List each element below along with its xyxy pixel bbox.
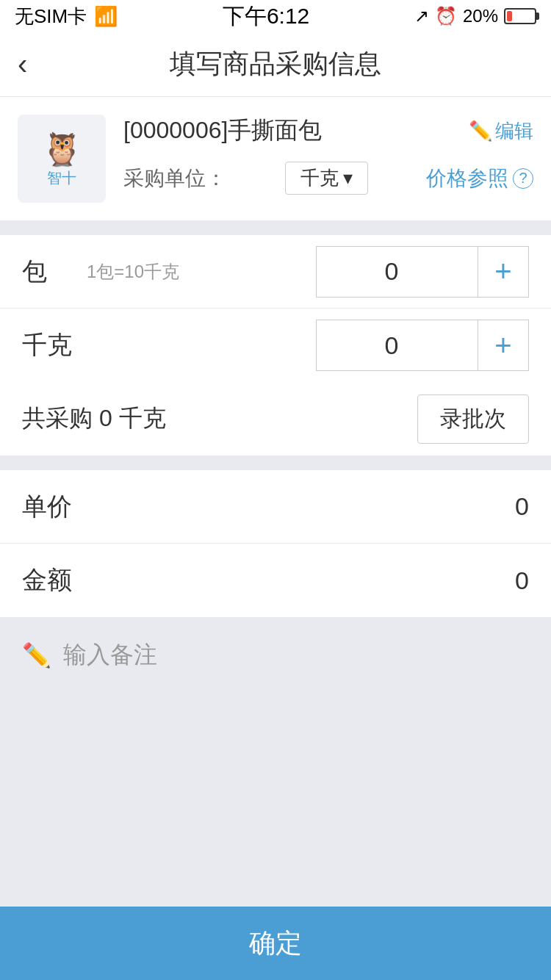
battery-percent: 20% <box>463 6 498 26</box>
edit-label: 编辑 <box>495 118 533 144</box>
price-section: 单价 0 金额 0 <box>0 470 551 617</box>
unit-price-row: 单价 0 <box>0 470 551 544</box>
unit-price-value: 0 <box>515 492 529 521</box>
divider-1 <box>0 220 551 235</box>
bag-label: 包 <box>22 255 81 289</box>
kg-input[interactable] <box>316 320 478 371</box>
nav-bar: ‹ 填写商品采购信息 <box>0 32 551 97</box>
unit-select[interactable]: 千克 ▾ <box>285 162 368 195</box>
status-left: 无SIM卡 📶 <box>15 4 118 29</box>
unit-price-label: 单价 <box>22 490 72 524</box>
location-icon: ↗ <box>414 6 429 26</box>
summary-text: 共采购 0 千克 <box>22 403 166 435</box>
amount-row: 金额 0 <box>0 544 551 617</box>
product-info: [0000006]手撕面包 ✏️ 编辑 采购单位： 千克 ▾ 价格参照 ? <box>123 115 533 195</box>
pencil-icon: ✏️ <box>22 641 51 669</box>
edit-button[interactable]: ✏️ 编辑 <box>469 118 533 144</box>
input-section: 包 1包=10千克 + 千克 + <box>0 235 551 382</box>
unit-label: 采购单位： <box>123 165 226 192</box>
bag-input-wrap: + <box>316 246 529 298</box>
brand-text: 智十 <box>47 168 76 188</box>
empty-space <box>0 693 551 914</box>
product-image: 🦉 智十 <box>18 115 106 203</box>
price-ref-button[interactable]: 价格参照 ? <box>426 165 533 192</box>
chevron-down-icon: ▾ <box>343 167 353 190</box>
alarm-icon: ⏰ <box>435 6 457 26</box>
back-button[interactable]: ‹ <box>18 48 27 81</box>
amount-value: 0 <box>515 566 529 595</box>
divider-2 <box>0 455 551 470</box>
batch-button[interactable]: 录批次 <box>417 394 529 444</box>
kg-input-row: 千克 + <box>0 309 551 382</box>
price-ref-label: 价格参照 <box>426 165 508 192</box>
bag-plus-button[interactable]: + <box>478 246 529 298</box>
note-section[interactable]: ✏️ 输入备注 <box>0 617 551 693</box>
carrier-label: 无SIM卡 <box>15 4 87 29</box>
kg-input-wrap: + <box>316 320 529 371</box>
product-id: [0000006] <box>123 117 228 143</box>
bag-input[interactable] <box>316 246 478 298</box>
unit-value: 千克 <box>300 165 339 191</box>
status-time: 下午6:12 <box>223 1 309 32</box>
amount-label: 金额 <box>22 563 72 597</box>
note-placeholder: 输入备注 <box>63 639 157 671</box>
kg-label: 千克 <box>22 328 81 362</box>
summary-row: 共采购 0 千克 录批次 <box>0 382 551 455</box>
confirm-button[interactable]: 确定 <box>0 907 551 980</box>
kg-plus-button[interactable]: + <box>478 320 529 371</box>
product-name-row: [0000006]手撕面包 ✏️ 编辑 <box>123 115 533 147</box>
info-icon: ? <box>513 168 533 189</box>
bag-input-row: 包 1包=10千克 + <box>0 235 551 309</box>
battery-indicator <box>504 8 536 24</box>
page-title: 填写商品采购信息 <box>170 46 381 82</box>
product-title: 手撕面包 <box>228 117 322 143</box>
edit-icon: ✏️ <box>469 120 492 143</box>
bag-sublabel: 1包=10千克 <box>87 260 179 284</box>
product-name: [0000006]手撕面包 <box>123 115 322 147</box>
unit-row: 采购单位： 千克 ▾ 价格参照 ? <box>123 162 533 195</box>
wifi-icon: 📶 <box>94 5 118 28</box>
product-card: 🦉 智十 [0000006]手撕面包 ✏️ 编辑 采购单位： 千克 ▾ <box>0 97 551 220</box>
status-bar: 无SIM卡 📶 下午6:12 ↗ ⏰ 20% <box>0 0 551 32</box>
status-right: ↗ ⏰ 20% <box>414 6 536 26</box>
owl-icon: 🦉 <box>42 130 82 168</box>
